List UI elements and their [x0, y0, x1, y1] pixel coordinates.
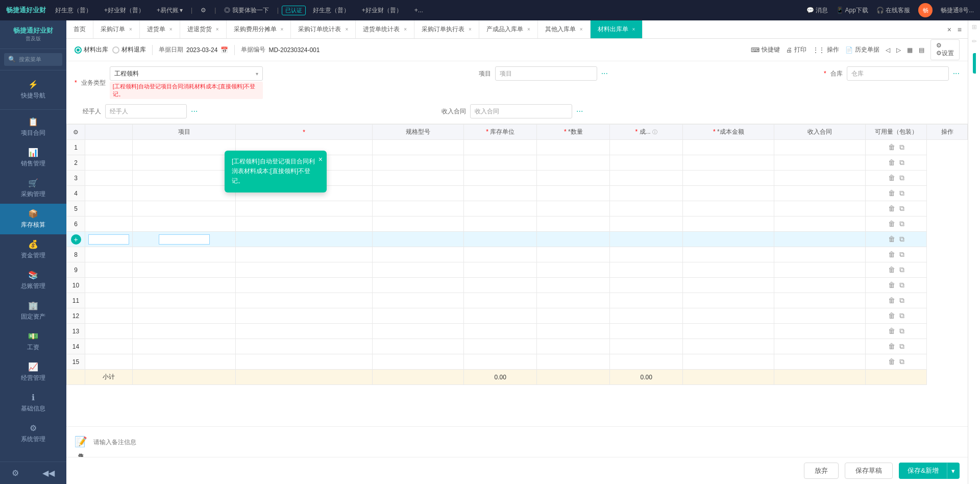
copy-row-btn[interactable]: ⧉ [897, 249, 906, 260]
delete-active-row-btn[interactable]: 🗑 [886, 234, 897, 244]
sidebar-item-basic-info[interactable]: ℹ 基础信息 [0, 388, 66, 418]
cell-cost-price[interactable] [537, 278, 610, 293]
delete-row-btn[interactable]: 🗑 [886, 295, 897, 305]
col-header-project[interactable]: 项目 [133, 125, 236, 140]
cell-available[interactable] [774, 262, 866, 278]
top-tab-goodbiz[interactable]: 好生意（普） [308, 4, 355, 17]
copy-row-btn[interactable]: ⧉ [897, 310, 906, 321]
cell-income-contract[interactable] [683, 216, 774, 232]
save-draft-btn[interactable]: 保存草稿 [845, 463, 893, 479]
col-header-spec[interactable]: 规格型号 [373, 125, 464, 140]
search-menu[interactable]: 🔍 搜索菜单 [4, 53, 62, 66]
cell-empty-6[interactable] [537, 232, 610, 247]
tab-product-in[interactable]: 产成品入库单 × [479, 20, 538, 39]
cell-available[interactable] [774, 354, 866, 370]
warehouse-dots-btn[interactable]: ··· [953, 69, 960, 78]
top-tab-gear[interactable]: ⚙ [195, 5, 211, 16]
warehouse-input[interactable]: 仓库 [847, 66, 949, 81]
cell-unit[interactable] [373, 171, 464, 186]
cell-qty[interactable] [464, 339, 537, 354]
top-tab-2[interactable]: +好业财（普） [99, 4, 150, 17]
cell-available[interactable] [774, 324, 866, 339]
cell-income-contract[interactable] [683, 278, 774, 293]
cell-cost-price[interactable] [537, 216, 610, 232]
cell-material[interactable] [133, 171, 236, 186]
cell-material[interactable] [133, 262, 236, 278]
cell-cost-price[interactable] [537, 339, 610, 354]
cell-unit[interactable] [373, 308, 464, 324]
tab-home[interactable]: 首页 [66, 20, 93, 39]
copy-row-btn[interactable]: ⧉ [897, 219, 906, 229]
sidebar-collapse-btn[interactable]: ◀◀ [42, 468, 55, 478]
cell-spec[interactable] [236, 247, 373, 262]
settings-btn[interactable]: ⚙ ⚙设置 [930, 39, 960, 60]
cell-qty[interactable] [464, 216, 537, 232]
radio-material-return[interactable]: 材料退库 [112, 45, 146, 54]
tab-close-other-in[interactable]: × [580, 27, 583, 32]
tab-purchase-stats[interactable]: 采购订单统计表 × [291, 20, 356, 39]
cell-project[interactable] [85, 186, 133, 201]
cell-unit[interactable] [373, 216, 464, 232]
online-service-btn[interactable]: 🎧 在线客服 [876, 6, 910, 15]
cell-project[interactable] [85, 324, 133, 339]
cell-cost-amount[interactable] [610, 339, 683, 354]
nav-prev-btn[interactable]: ◁ [886, 46, 890, 54]
cell-spec[interactable] [236, 278, 373, 293]
discard-btn[interactable]: 放弃 [804, 463, 839, 479]
copy-row-btn[interactable]: ⧉ [897, 264, 906, 275]
cell-material[interactable] [133, 140, 236, 155]
delete-row-btn[interactable]: 🗑 [886, 173, 897, 183]
delete-row-btn[interactable]: 🗑 [886, 341, 897, 351]
cell-spec[interactable] [236, 324, 373, 339]
cell-project[interactable] [85, 247, 133, 262]
cell-unit[interactable] [373, 262, 464, 278]
cell-available[interactable] [774, 216, 866, 232]
cell-qty[interactable] [464, 278, 537, 293]
sidebar-item-project[interactable]: 📋 项目合同 [0, 112, 66, 142]
business-type-input[interactable]: 工程领料 ▾ [110, 66, 263, 81]
cell-cost-amount[interactable] [610, 324, 683, 339]
delete-row-btn[interactable]: 🗑 [886, 326, 897, 336]
cell-empty-9[interactable] [774, 232, 866, 247]
tab-close-purchase-stats[interactable]: × [345, 27, 348, 32]
cell-project[interactable] [85, 201, 133, 216]
cell-project[interactable] [85, 339, 133, 354]
top-tab-experience[interactable]: ◎ 我要体验一下 [219, 4, 274, 17]
cell-available[interactable] [774, 308, 866, 324]
cell-project[interactable] [85, 293, 133, 308]
cell-cost-amount[interactable] [610, 186, 683, 201]
save-new-btn[interactable]: 保存&新增 [899, 463, 947, 479]
cell-project[interactable] [85, 278, 133, 293]
cell-cost-amount[interactable] [610, 155, 683, 171]
cell-material[interactable] [133, 216, 236, 232]
cell-material[interactable] [133, 155, 236, 171]
cell-empty-8[interactable] [683, 232, 774, 247]
tab-close-all-btn[interactable]: × [945, 23, 953, 36]
cell-cost-price[interactable] [537, 201, 610, 216]
tab-close-purchase-order[interactable]: × [129, 27, 132, 32]
cell-available[interactable] [774, 186, 866, 201]
cell-project[interactable] [85, 354, 133, 370]
right-panel-icon-1[interactable]: ⊞ [971, 25, 978, 30]
print-btn[interactable]: 🖨 打印 [786, 45, 806, 54]
cell-available[interactable] [774, 140, 866, 155]
tab-close-incoming[interactable]: × [169, 27, 173, 32]
cell-add-row[interactable]: + [67, 232, 85, 247]
copy-row-btn[interactable]: ⧉ [897, 280, 906, 291]
tab-incoming-return[interactable]: 进退货货 × [180, 20, 227, 39]
cell-income-contract[interactable] [683, 186, 774, 201]
history-btn[interactable]: 📄 历史单据 [845, 45, 879, 54]
message-btn[interactable]: 💬 消息 [806, 6, 828, 15]
sidebar-item-assets[interactable]: 🏢 固定资产 [0, 296, 66, 326]
notes-input[interactable] [91, 437, 960, 448]
quick-key-btn[interactable]: ⌨ 快捷键 [751, 45, 780, 54]
sidebar-item-finance[interactable]: 💰 资金管理 [0, 234, 66, 265]
cell-cost-price[interactable] [537, 354, 610, 370]
cell-spec[interactable] [236, 201, 373, 216]
cell-cost-amount[interactable] [610, 278, 683, 293]
cell-material[interactable] [133, 186, 236, 201]
cell-unit[interactable] [373, 201, 464, 216]
delete-row-btn[interactable]: 🗑 [886, 157, 897, 167]
cell-qty[interactable] [464, 308, 537, 324]
sidebar-item-inventory[interactable]: 📦 库存核算 [0, 204, 66, 234]
